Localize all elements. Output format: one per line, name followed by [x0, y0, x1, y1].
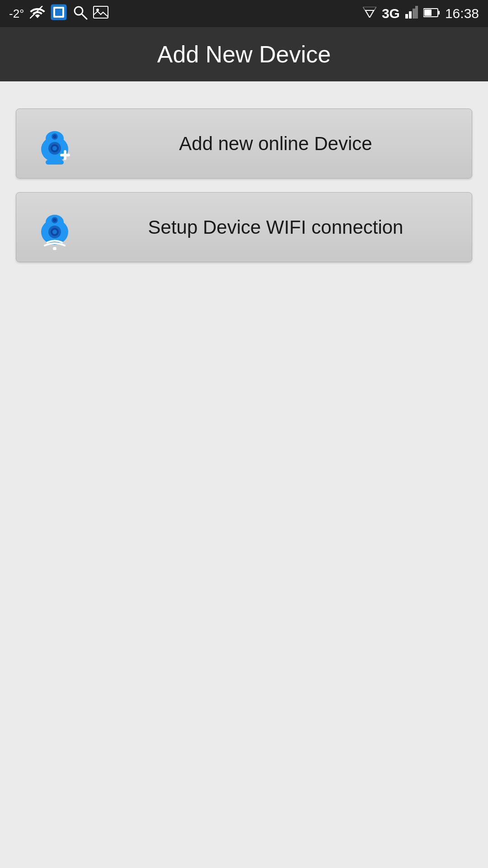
- battery-icon: [423, 6, 440, 21]
- svg-rect-12: [413, 9, 415, 19]
- svg-rect-10: [405, 14, 408, 19]
- svg-rect-11: [409, 11, 412, 19]
- camera-wifi-icon: [30, 203, 80, 252]
- screen-record-icon: [51, 4, 67, 24]
- status-left: -2°: [9, 4, 108, 24]
- svg-point-31: [52, 230, 57, 234]
- status-bar: -2°: [0, 0, 488, 27]
- main-content: Add new online Device Setup: [0, 81, 488, 868]
- svg-rect-6: [94, 6, 108, 18]
- camera-plus-icon: [30, 119, 80, 169]
- time-display: 16:38: [445, 6, 479, 21]
- svg-point-34: [53, 247, 56, 250]
- setup-wifi-device-button[interactable]: Setup Device WIFI connection: [16, 192, 472, 262]
- svg-rect-15: [438, 11, 440, 14]
- status-right: 3G 16:38: [363, 6, 479, 22]
- add-online-label: Add new online Device: [93, 133, 458, 155]
- temperature-display: -2°: [9, 7, 24, 21]
- svg-rect-26: [46, 160, 64, 165]
- svg-rect-25: [64, 150, 66, 160]
- app-header: Add New Device: [0, 27, 488, 81]
- signal-wifi-icon: [363, 6, 376, 21]
- svg-rect-13: [415, 6, 418, 19]
- svg-rect-3: [55, 9, 62, 16]
- svg-rect-16: [424, 9, 432, 16]
- add-online-device-button[interactable]: Add new online Device: [16, 108, 472, 179]
- search-icon[interactable]: [72, 5, 88, 23]
- page-title: Add New Device: [157, 41, 331, 68]
- svg-point-23: [53, 135, 56, 138]
- network-type: 3G: [382, 6, 400, 21]
- wifi-icon: [30, 6, 45, 22]
- svg-point-21: [52, 146, 57, 151]
- svg-point-33: [53, 218, 56, 222]
- svg-line-5: [82, 14, 87, 19]
- image-icon: [93, 6, 108, 22]
- signal-bars-icon: [405, 6, 418, 22]
- svg-marker-8: [366, 10, 374, 18]
- setup-wifi-label: Setup Device WIFI connection: [93, 217, 458, 238]
- svg-marker-9: [363, 7, 376, 18]
